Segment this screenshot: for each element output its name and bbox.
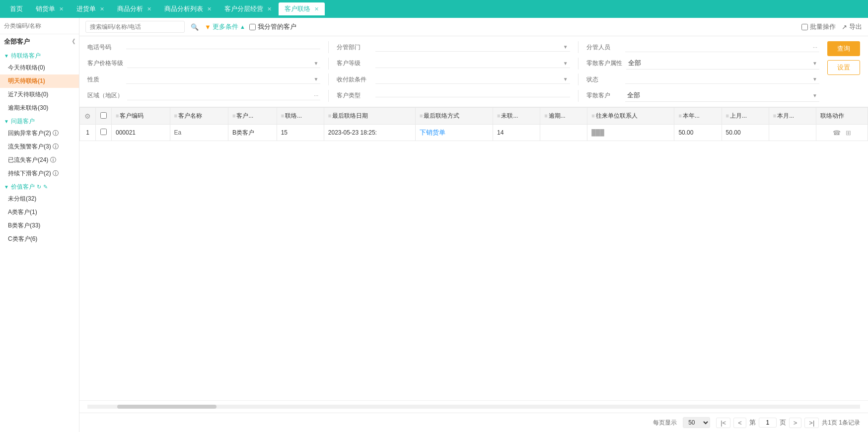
select-all-checkbox[interactable] bbox=[100, 112, 107, 119]
my-customers-check[interactable] bbox=[249, 24, 256, 30]
all-customers-header[interactable]: 全部客户 《 bbox=[0, 34, 79, 49]
batch-op-check[interactable] bbox=[801, 24, 808, 30]
sidebar-item-b-class[interactable]: B类客户(33) bbox=[0, 219, 79, 232]
nav-item-sales[interactable]: 销货单 ✕ bbox=[30, 2, 70, 15]
th-this-year: ≡本年... bbox=[674, 108, 722, 125]
retail-attr-select[interactable]: 全部 ▼ bbox=[626, 57, 819, 70]
sidebar-search-input[interactable] bbox=[4, 22, 78, 29]
close-icon[interactable]: ✕ bbox=[100, 6, 104, 12]
gear-icon[interactable]: ⚙ bbox=[84, 112, 91, 120]
search-button[interactable]: 🔍 bbox=[189, 21, 201, 33]
nav-item-analysis[interactable]: 商品分析 ✕ bbox=[111, 2, 157, 15]
query-button[interactable]: 查询 bbox=[827, 41, 860, 56]
th-checkbox[interactable] bbox=[96, 108, 112, 125]
td-last-method[interactable]: 下销货单 bbox=[416, 125, 493, 141]
per-page-label: 每页显示 bbox=[653, 419, 677, 427]
filter-price-level: 客户价格等级 ▼ bbox=[87, 59, 320, 68]
my-customers-checkbox[interactable]: 我分管的客户 bbox=[249, 22, 296, 31]
th-type: ≡客户... bbox=[228, 108, 277, 125]
nature-select[interactable]: ▼ bbox=[126, 75, 320, 84]
action-buttons: 查询 设置 bbox=[827, 41, 860, 75]
horizontal-scrollbar[interactable] bbox=[87, 405, 860, 409]
th-this-month: ≡本月... bbox=[769, 108, 816, 125]
per-page-select[interactable]: 50 100 200 bbox=[683, 417, 710, 428]
sidebar-item-today[interactable]: 今天待联络(0) bbox=[0, 61, 79, 74]
page-input[interactable] bbox=[759, 418, 777, 428]
more-action-icon[interactable]: ⊞ bbox=[846, 129, 851, 137]
next-page-btn[interactable]: > bbox=[789, 418, 802, 428]
prev-page-btn[interactable]: < bbox=[733, 418, 746, 428]
sidebar-item-loss-warning[interactable]: 流失预警客户(3) ⓘ bbox=[0, 140, 79, 153]
person-label: 分管人员 bbox=[586, 43, 621, 52]
batch-op-btn[interactable]: 批量操作 bbox=[801, 22, 836, 31]
retail-customer-select[interactable]: 全部 ▼ bbox=[625, 89, 819, 102]
close-icon[interactable]: ✕ bbox=[267, 6, 272, 12]
filter-customer-type: 客户类型 bbox=[337, 91, 570, 100]
customer-type-label: 客户类型 bbox=[337, 91, 371, 100]
th-name: ≡客户名称 bbox=[170, 108, 228, 125]
payment-select[interactable]: ▼ bbox=[375, 75, 570, 84]
sidebar-item-overdue[interactable]: 逾期未联络(30) bbox=[0, 101, 79, 115]
close-icon[interactable]: ✕ bbox=[207, 6, 212, 12]
th-contact-count: ≡联络... bbox=[277, 108, 324, 125]
export-btn[interactable]: ↗ 导出 bbox=[842, 22, 862, 31]
phone-label: 电话号码 bbox=[87, 43, 122, 52]
customer-type-select[interactable] bbox=[375, 94, 570, 97]
table-row: 1 000021 Ea B类客户 15 2023-05-23 18:25: 下销… bbox=[80, 125, 868, 141]
scrollbar-thumb[interactable] bbox=[117, 405, 217, 409]
main-layout: 🔍 全部客户 《 待联络客户 今天待联络(0) 明天待联络(1) 近7天待联络(… bbox=[0, 18, 868, 432]
sidebar-item-c-class[interactable]: C类客户(6) bbox=[0, 232, 79, 246]
first-page-btn[interactable]: |< bbox=[716, 418, 730, 428]
td-this-month bbox=[769, 125, 816, 141]
chevron-down-icon: ▼ bbox=[812, 93, 817, 98]
row-checkbox[interactable] bbox=[100, 129, 107, 135]
filter-row-2: 客户价格等级 ▼ 客户等级 ▼ bbox=[87, 57, 819, 70]
person-select[interactable]: ··· bbox=[625, 43, 819, 52]
filter-search-input[interactable] bbox=[85, 21, 185, 33]
phone-input[interactable] bbox=[126, 46, 320, 49]
sidebar-item-tomorrow[interactable]: 明天待联络(1) bbox=[0, 74, 79, 88]
sidebar-item-repurchase-abnormal[interactable]: 回购异常客户(2) ⓘ bbox=[0, 127, 79, 140]
sidebar-item-ungrouped[interactable]: 未分组(32) bbox=[0, 192, 79, 206]
more-conditions-btn[interactable]: ▼ 更多条件 ▲ bbox=[205, 22, 245, 31]
sidebar-item-a-class[interactable]: A类客户(1) bbox=[0, 206, 79, 219]
close-icon[interactable]: ✕ bbox=[59, 6, 64, 12]
filter-row-1: 电话号码 分管部门 ▼ 分管人员 bbox=[87, 41, 819, 53]
th-gear[interactable]: ⚙ bbox=[80, 108, 96, 125]
last-method-link[interactable]: 下销货单 bbox=[420, 129, 445, 136]
nav-item-customer-tier[interactable]: 客户分层经营 ✕ bbox=[218, 2, 278, 15]
sidebar-item-declining[interactable]: 持续下滑客户(2) ⓘ bbox=[0, 167, 79, 180]
refresh-icon[interactable]: ↻ bbox=[37, 184, 41, 190]
edit-icon[interactable]: ✎ bbox=[43, 184, 48, 190]
nav-item-home[interactable]: 首页 bbox=[4, 2, 29, 15]
sidebar: 🔍 全部客户 《 待联络客户 今天待联络(0) 明天待联络(1) 近7天待联络(… bbox=[0, 18, 79, 432]
status-select[interactable]: ▼ bbox=[625, 75, 819, 84]
th-no-contact: ≡未联... bbox=[493, 108, 540, 125]
page-suffix: 页 bbox=[780, 418, 786, 427]
customer-level-label: 客户等级 bbox=[337, 59, 371, 68]
chevron-down-icon: ▼ bbox=[313, 61, 318, 66]
price-level-select[interactable]: ▼ bbox=[127, 59, 320, 68]
last-page-btn[interactable]: >| bbox=[804, 418, 819, 428]
region-select[interactable]: ··· bbox=[127, 91, 320, 100]
nav-item-customer-contact[interactable]: 客户联络 ✕ bbox=[279, 2, 325, 15]
chevron-down-icon: ▼ bbox=[812, 61, 817, 66]
dept-select[interactable]: ▼ bbox=[375, 43, 570, 52]
sidebar-item-7days[interactable]: 近7天待联络(0) bbox=[0, 88, 79, 101]
nature-label: 性质 bbox=[87, 75, 122, 84]
ellipsis-icon: ··· bbox=[813, 44, 817, 50]
td-checkbox[interactable] bbox=[96, 125, 112, 141]
th-action: 联络动作 bbox=[816, 108, 868, 125]
status-label: 状态 bbox=[586, 75, 621, 84]
close-icon[interactable]: ✕ bbox=[147, 6, 151, 12]
filter-row-4: 区域（地区） ··· 客户类型 bbox=[87, 89, 819, 102]
th-last-method: ≡最后联络方式 bbox=[416, 108, 493, 125]
close-icon[interactable]: ✕ bbox=[314, 6, 319, 12]
sidebar-item-lost[interactable]: 已流失客户(24) ⓘ bbox=[0, 153, 79, 167]
contact-icon[interactable]: ☎ bbox=[833, 129, 841, 137]
nav-item-purchase[interactable]: 进货单 ✕ bbox=[71, 2, 110, 15]
td-type: B类客户 bbox=[228, 125, 277, 141]
settings-button[interactable]: 设置 bbox=[827, 60, 860, 75]
customer-level-select[interactable]: ▼ bbox=[375, 59, 570, 68]
nav-item-analysis-list[interactable]: 商品分析列表 ✕ bbox=[158, 2, 217, 15]
